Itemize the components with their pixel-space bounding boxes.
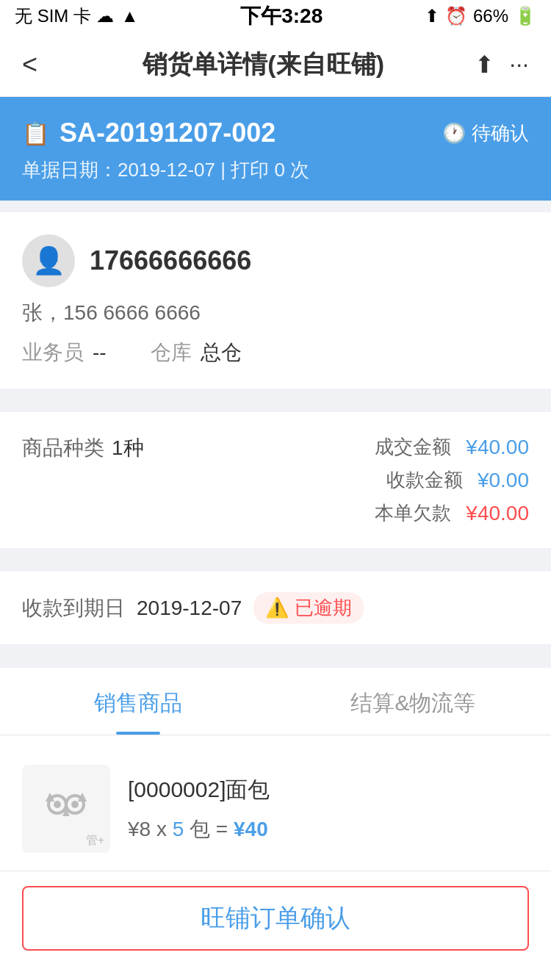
transaction-label: 成交金额 — [375, 434, 451, 460]
overdue-icon: ⚠️ — [265, 597, 289, 619]
product-section: 管+ [0000002]面包 ¥8 x 5 包 = ¥40 — [0, 735, 551, 882]
tab-settlement-label: 结算&物流等 — [350, 691, 475, 715]
brand-text: 管+ — [86, 833, 104, 849]
svg-point-3 — [71, 801, 79, 808]
total-value: ¥40 — [234, 818, 268, 840]
tab-sales-label: 销售商品 — [94, 691, 182, 715]
wifi-icon: ▲ — [121, 6, 139, 26]
clock-icon: 🕐 — [442, 122, 466, 145]
overdue-text: 已逾期 — [295, 595, 352, 621]
quantity-value: 5 — [173, 818, 184, 840]
stats-right: 成交金额 ¥40.00 收款金额 ¥0.00 本单欠款 ¥40.00 — [375, 434, 529, 526]
equals-sign: = — [216, 818, 234, 840]
stats-section: 商品种类 1种 成交金额 ¥40.00 收款金额 ¥0.00 本单欠款 ¥40.… — [0, 412, 551, 548]
header-card-top: 📋 SA-20191207-002 🕐 待确认 — [22, 118, 529, 148]
customer-row: 👤 17666666666 — [22, 234, 529, 287]
product-price: ¥8 x 5 包 = ¥40 — [128, 815, 529, 843]
nav-actions: ⬆ ··· — [475, 51, 529, 79]
order-status: 🕐 待确认 — [442, 120, 529, 146]
divider-3 — [0, 656, 551, 668]
due-section: 收款到期日 2019-12-07 ⚠️ 已逾期 — [0, 572, 551, 644]
transaction-row: 成交金额 ¥40.00 — [375, 434, 529, 460]
type-value: 1种 — [112, 434, 144, 462]
status-left: 无 SIM 卡 ☁ ▲ — [15, 4, 138, 28]
header-card: 📋 SA-20191207-002 🕐 待确认 单据日期：2019-12-07 … — [0, 97, 551, 201]
product-info: [0000002]面包 ¥8 x 5 包 = ¥40 — [128, 775, 529, 843]
no-sim-text: 无 SIM 卡 ☁ — [15, 4, 114, 28]
product-thumbnail: 管+ — [22, 765, 110, 853]
battery-icon: 🔋 — [514, 6, 536, 26]
stats-left: 商品种类 1种 — [22, 434, 375, 462]
divider-1 — [0, 400, 551, 412]
divider-2 — [0, 560, 551, 572]
due-date: 2019-12-07 — [137, 597, 242, 620]
owe-amount: ¥40.00 — [466, 502, 529, 525]
product-name: [0000002]面包 — [128, 775, 529, 805]
svg-point-2 — [54, 801, 61, 808]
page-title: 销货单详情(来自旺铺) — [52, 48, 475, 82]
more-icon[interactable]: ··· — [509, 51, 529, 78]
status-right: ⬆ ⏰ 66% 🔋 — [425, 6, 536, 26]
order-icon: 📋 — [22, 120, 49, 146]
tab-settlement[interactable]: 结算&物流等 — [276, 668, 551, 735]
battery-text: 66% — [473, 6, 508, 26]
warehouse-item: 仓库 总仓 — [151, 339, 242, 367]
transaction-amount: ¥40.00 — [466, 436, 529, 459]
tabs-header: 销售商品 结算&物流等 — [0, 668, 551, 735]
multiply-sign: x — [156, 818, 173, 840]
salesperson-value: -- — [93, 341, 107, 364]
owe-label: 本单欠款 — [375, 500, 451, 526]
salesperson-item: 业务员 -- — [22, 339, 107, 367]
salesperson-label: 业务员 — [22, 339, 84, 367]
received-row: 收款金额 ¥0.00 — [386, 467, 529, 493]
customer-name: 张，156 6666 6666 — [22, 299, 529, 327]
location-icon: ⬆ — [425, 6, 439, 26]
alarm-icon: ⏰ — [445, 6, 467, 26]
tabs-section: 销售商品 结算&物流等 — [0, 668, 551, 735]
bottom-bar: 旺铺订单确认 — [0, 871, 551, 980]
order-meta: 单据日期：2019-12-07 | 打印 0 次 — [22, 157, 529, 183]
order-id-text: SA-20191207-002 — [60, 118, 276, 148]
warehouse-label: 仓库 — [151, 339, 192, 367]
warehouse-value: 总仓 — [201, 339, 242, 367]
price-value: ¥8 — [128, 818, 151, 840]
due-label: 收款到期日 — [22, 594, 125, 622]
owl-logo — [37, 779, 96, 838]
status-bar: 无 SIM 卡 ☁ ▲ 下午3:28 ⬆ ⏰ 66% 🔋 — [0, 0, 551, 32]
avatar-icon: 👤 — [32, 245, 65, 276]
owe-row: 本单欠款 ¥40.00 — [375, 500, 529, 526]
back-button[interactable]: < — [22, 49, 52, 80]
overdue-badge: ⚠️ 已逾期 — [253, 592, 364, 624]
customer-info-row: 业务员 -- 仓库 总仓 — [22, 339, 529, 367]
confirm-button[interactable]: 旺铺订单确认 — [22, 886, 529, 951]
nav-bar: < 销货单详情(来自旺铺) ⬆ ··· — [0, 32, 551, 97]
status-text: 待确认 — [472, 120, 529, 146]
received-amount: ¥0.00 — [478, 469, 529, 492]
type-label: 商品种类 — [22, 434, 104, 462]
customer-phone: 17666666666 — [90, 245, 251, 276]
status-time: 下午3:28 — [240, 2, 323, 30]
list-item: 管+ [0000002]面包 ¥8 x 5 包 = ¥40 — [22, 753, 529, 865]
share-icon[interactable]: ⬆ — [475, 51, 494, 79]
avatar: 👤 — [22, 234, 75, 287]
tab-sales[interactable]: 销售商品 — [0, 668, 276, 735]
received-label: 收款金额 — [386, 467, 463, 493]
unit-label: 包 — [190, 818, 210, 840]
customer-section: 👤 17666666666 张，156 6666 6666 业务员 -- 仓库 … — [0, 212, 551, 389]
order-id: 📋 SA-20191207-002 — [22, 118, 276, 148]
